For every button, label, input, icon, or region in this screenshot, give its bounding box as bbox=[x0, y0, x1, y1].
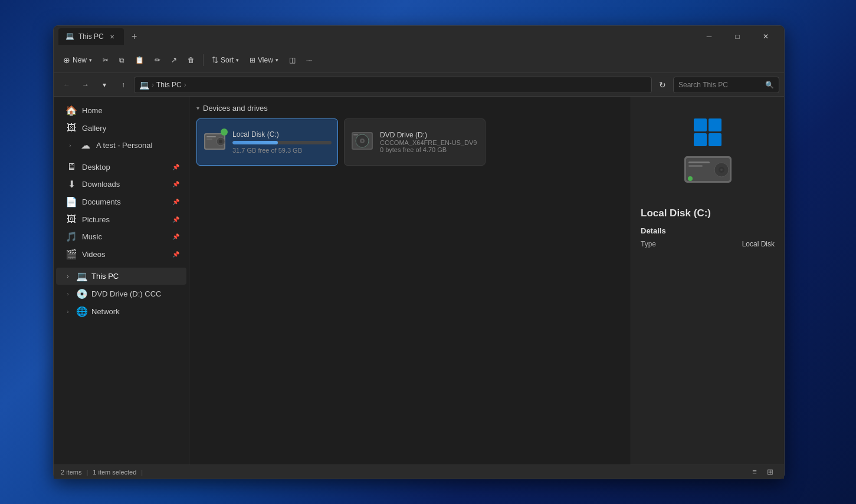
copy-button[interactable]: ⧉ bbox=[114, 51, 129, 70]
sidebar-item-this-pc[interactable]: › 💻 This PC bbox=[56, 268, 186, 285]
selected-text: 1 item selected bbox=[93, 469, 136, 476]
window-controls: ─ □ ✕ bbox=[696, 27, 779, 46]
sidebar-item-documents[interactable]: 📄 Documents 📌 bbox=[56, 193, 186, 210]
tiles-view-button[interactable]: ⊞ bbox=[763, 466, 777, 478]
drive-d-subtitle: CCCOMA_X64FRE_EN-US_DV9 bbox=[380, 139, 479, 146]
new-button[interactable]: ⊕ New ▾ bbox=[58, 51, 97, 70]
videos-pin-icon: 📌 bbox=[172, 251, 179, 258]
drive-card-c[interactable]: Local Disk (C:) 31.7 GB free of 59.3 GB bbox=[196, 118, 338, 166]
status-sep-2: | bbox=[141, 469, 143, 476]
cut-button[interactable]: ✂ bbox=[98, 51, 113, 70]
sidebar-network-label: Network bbox=[91, 307, 120, 316]
svg-point-17 bbox=[720, 169, 723, 171]
view-button[interactable]: ⊞ View ▾ bbox=[245, 51, 283, 70]
dvd-expand-icon: › bbox=[63, 289, 73, 299]
address-path[interactable]: 💻 › This PC › bbox=[134, 77, 652, 93]
paste-button[interactable]: 📋 bbox=[130, 51, 149, 70]
sidebar-home-label: Home bbox=[82, 106, 179, 115]
drive-d-info: DVD Drive (D:) CCCOMA_X64FRE_EN-US_DV9 0… bbox=[380, 131, 479, 153]
back-button[interactable]: ← bbox=[58, 77, 75, 93]
drives-section-title: Devices and drives bbox=[203, 104, 268, 113]
drive-card-d[interactable]: DVD Drive (D:) CCCOMA_X64FRE_EN-US_DV9 0… bbox=[344, 118, 486, 166]
sidebar-item-pictures[interactable]: 🖼 Pictures 📌 bbox=[56, 211, 186, 228]
sidebar-documents-label: Documents bbox=[82, 197, 168, 206]
windows-logo bbox=[694, 118, 721, 146]
refresh-button[interactable]: ↻ bbox=[654, 77, 671, 93]
drives-section-header[interactable]: ▾ Devices and drives bbox=[196, 104, 624, 113]
drives-grid: Local Disk (C:) 31.7 GB free of 59.3 GB bbox=[196, 118, 624, 166]
forward-button[interactable]: → bbox=[77, 77, 94, 93]
sort-label: Sort bbox=[221, 56, 234, 64]
downloads-pin-icon: 📌 bbox=[172, 181, 179, 187]
details-preview bbox=[641, 106, 775, 200]
details-panel: Local Disk (C:) Details Type Local Disk bbox=[631, 97, 784, 465]
music-pin-icon: 📌 bbox=[172, 233, 179, 240]
home-icon: 🏠 bbox=[65, 105, 77, 116]
more-button[interactable]: ··· bbox=[301, 51, 317, 70]
pictures-icon: 🖼 bbox=[65, 214, 77, 225]
details-type-row: Type Local Disk bbox=[641, 240, 775, 248]
drive-c-name: Local Disk (C:) bbox=[232, 130, 332, 139]
svg-rect-18 bbox=[688, 162, 710, 163]
active-tab[interactable]: 💻 This PC ✕ bbox=[58, 28, 124, 45]
svg-rect-19 bbox=[688, 165, 703, 167]
sort-icon: ⇅ bbox=[212, 55, 218, 64]
sidebar-videos-label: Videos bbox=[82, 250, 168, 259]
sidebar-item-home[interactable]: 🏠 Home bbox=[56, 102, 186, 119]
sidebar-item-desktop[interactable]: 🖥 Desktop 📌 bbox=[56, 159, 186, 175]
path-this-pc: This PC bbox=[156, 81, 182, 89]
tab-title: This PC bbox=[78, 32, 104, 41]
sidebar-item-downloads[interactable]: ⬇ Downloads 📌 bbox=[56, 176, 186, 193]
search-box[interactable]: Search This PC 🔍 bbox=[673, 77, 779, 93]
details-hdd-body bbox=[681, 153, 734, 188]
sidebar-cloud-label: A test - Personal bbox=[96, 141, 179, 150]
sidebar-item-dvd[interactable]: › 💿 DVD Drive (D:) CCC bbox=[56, 285, 186, 302]
cloud-icon: ☁ bbox=[80, 140, 91, 151]
details-drive-visual bbox=[681, 118, 734, 188]
win-logo-br bbox=[709, 133, 721, 146]
drive-c-info: Local Disk (C:) 31.7 GB free of 59.3 GB bbox=[232, 130, 332, 154]
sidebar-dvd-label: DVD Drive (D:) CCC bbox=[91, 289, 161, 298]
sidebar-item-music[interactable]: 🎵 Music 📌 bbox=[56, 228, 186, 245]
status-view-buttons: ≡ ⊞ bbox=[747, 466, 777, 478]
tab-icon: 💻 bbox=[65, 32, 75, 41]
tab-close-button[interactable]: ✕ bbox=[107, 32, 117, 41]
new-tab-button[interactable]: + bbox=[126, 28, 143, 45]
minimize-button[interactable]: ─ bbox=[696, 27, 723, 46]
details-button[interactable]: ◫ bbox=[284, 51, 300, 70]
details-view-button[interactable]: ≡ bbox=[747, 466, 762, 478]
drive-d-dvd-svg bbox=[350, 130, 374, 152]
paste-icon: 📋 bbox=[135, 56, 144, 64]
copy-icon: ⧉ bbox=[119, 56, 124, 64]
sidebar-item-cloud[interactable]: › ☁ A test - Personal bbox=[56, 137, 186, 154]
drive-d-icon-wrap bbox=[350, 130, 374, 154]
drive-c-progress-bar bbox=[232, 141, 278, 144]
desktop-icon: 🖥 bbox=[65, 162, 77, 172]
share-button[interactable]: ↗ bbox=[166, 51, 182, 70]
recent-locations-button[interactable]: ▾ bbox=[96, 77, 113, 93]
svg-point-10 bbox=[362, 140, 363, 142]
new-label: New bbox=[73, 56, 87, 64]
sidebar-item-videos[interactable]: 🎬 Videos 📌 bbox=[56, 246, 186, 263]
sort-button[interactable]: ⇅ Sort ▾ bbox=[207, 51, 244, 70]
svg-point-3 bbox=[219, 140, 222, 143]
documents-icon: 📄 bbox=[65, 196, 77, 207]
pictures-pin-icon: 📌 bbox=[172, 216, 179, 223]
drive-c-progress-wrap bbox=[232, 141, 332, 144]
sidebar-item-network[interactable]: › 🌐 Network bbox=[56, 303, 186, 320]
sidebar-pictures-label: Pictures bbox=[82, 215, 168, 224]
sidebar-desktop-label: Desktop bbox=[82, 163, 168, 172]
close-button[interactable]: ✕ bbox=[752, 27, 779, 46]
maximize-button[interactable]: □ bbox=[724, 27, 751, 46]
sidebar-locations-section: › 💻 This PC › 💿 DVD Drive (D:) CCC › 🌐 N… bbox=[54, 268, 189, 320]
details-type-value: Local Disk bbox=[742, 240, 775, 248]
delete-button[interactable]: 🗑 bbox=[183, 51, 199, 70]
items-count: 2 items bbox=[61, 469, 81, 476]
up-button[interactable]: ↑ bbox=[115, 77, 132, 93]
network-icon: 🌐 bbox=[76, 306, 88, 317]
rename-button[interactable]: ✏ bbox=[150, 51, 165, 70]
details-icon: ◫ bbox=[289, 56, 296, 64]
drive-c-icon-wrap bbox=[203, 130, 227, 154]
sidebar-item-gallery[interactable]: 🖼 Gallery bbox=[56, 120, 186, 136]
file-explorer-window: 💻 This PC ✕ + ─ □ ✕ ⊕ New ▾ ✂ ⧉ 📋 ✏ bbox=[53, 25, 785, 479]
